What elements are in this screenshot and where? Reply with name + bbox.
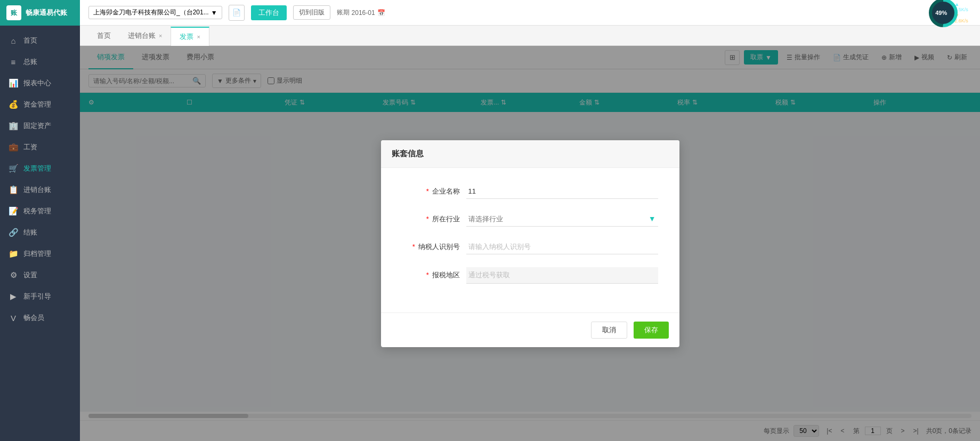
sidebar-item-home[interactable]: ⌂ 首页: [0, 30, 80, 51]
sidebar-item-settings[interactable]: ⚙ 设置: [0, 264, 80, 286]
cancel-button[interactable]: 取消: [591, 322, 627, 339]
industry-select-wrap: ▼: [466, 212, 658, 227]
home-icon: ⌂: [9, 36, 18, 45]
sidebar-item-label: 结账: [23, 228, 37, 237]
form-row-industry: * 所在行业 ▼: [402, 212, 658, 227]
doc-icon[interactable]: 📄: [229, 5, 245, 21]
tab-home[interactable]: 首页: [88, 27, 119, 45]
dialog: 账套信息 * 企业名称: [381, 140, 679, 347]
required-marker: *: [426, 271, 429, 279]
tax-region-display: 通过税号获取: [466, 267, 658, 284]
sidebar-item-salary[interactable]: 💼 工资: [0, 137, 80, 158]
required-marker: *: [426, 187, 429, 195]
logo-icon: 账: [6, 5, 21, 20]
purchase-sales-icon: 📋: [9, 185, 18, 195]
tab-invoice-label: 发票: [180, 32, 193, 42]
industry-dropdown-arrow[interactable]: ▼: [649, 214, 658, 223]
industry-label: * 所在行业: [402, 214, 466, 224]
top-bar: 上海卯金刀电子科技有限公司_（台201... ▼ 📄 工作台 切到旧版 账期 2…: [80, 0, 980, 26]
sidebar-item-label: 报表中心: [23, 78, 51, 88]
sidebar-item-label: 新手引导: [23, 292, 51, 301]
form-row-tax-region: * 报税地区 通过税号获取: [402, 267, 658, 284]
content-wrapper: 销项发票 进项发票 费用小票 ⊞ 取票 ▼: [80, 46, 980, 441]
sidebar-item-tax-mgmt[interactable]: 📝 税务管理: [0, 201, 80, 222]
member-icon: V: [9, 314, 18, 323]
company-name-input[interactable]: [466, 184, 658, 199]
sidebar-item-purchase-sales[interactable]: 📋 进销台账: [0, 179, 80, 201]
company-selector[interactable]: 上海卯金刀电子科技有限公司_（台201... ▼: [88, 6, 222, 19]
dialog-body: * 企业名称 * 所在行业: [381, 168, 679, 312]
tax-mgmt-icon: 📝: [9, 206, 18, 216]
invoice-mgmt-icon: 🛒: [9, 164, 18, 173]
tax-region-label: * 报税地区: [402, 270, 466, 280]
sidebar-item-label: 总账: [23, 57, 37, 67]
finance-icon: 💰: [9, 100, 18, 109]
settlement-icon: 🔗: [9, 228, 18, 237]
tab-home-label: 首页: [97, 31, 111, 41]
save-button[interactable]: 保存: [634, 322, 669, 339]
company-dropdown-icon: ▼: [211, 9, 217, 17]
dialog-title: 账套信息: [392, 149, 424, 158]
tab-purchase-sales[interactable]: 进销台账 ×: [119, 27, 171, 45]
sidebar-item-label: 设置: [23, 270, 37, 280]
dialog-header: 账套信息: [381, 140, 679, 168]
tab-bar: 首页 进销台账 × 发票 ×: [80, 26, 980, 46]
sidebar-item-label: 发票管理: [23, 164, 51, 173]
sidebar-item-fixed-assets[interactable]: 🏢 固定资产: [0, 115, 80, 137]
required-marker: *: [412, 243, 415, 251]
logo-text: 畅康通易代账: [26, 8, 67, 18]
calendar-icon[interactable]: 📅: [377, 9, 385, 17]
form-row-company-name: * 企业名称: [402, 184, 658, 199]
network-info: 49%: [935, 10, 947, 16]
company-name-label: * 企业名称: [402, 187, 466, 196]
settings-icon: ⚙: [9, 270, 18, 280]
guide-icon: ▶: [9, 292, 18, 301]
sidebar-item-label: 进销台账: [23, 185, 51, 195]
sidebar-logo: 账 畅康通易代账: [0, 0, 80, 26]
tax-id-input[interactable]: [466, 239, 658, 254]
reports-icon: 📊: [9, 78, 18, 88]
sidebar-item-label: 畅会员: [23, 313, 44, 323]
sidebar-item-settlement[interactable]: 🔗 结账: [0, 222, 80, 243]
sidebar-item-label: 归档管理: [23, 249, 51, 259]
sidebar-item-label: 固定资产: [23, 121, 51, 131]
sidebar-item-label: 税务管理: [23, 206, 51, 216]
fixed-assets-icon: 🏢: [9, 121, 18, 131]
ledger-icon: ≡: [9, 58, 18, 67]
workbench-button[interactable]: 工作台: [251, 5, 287, 20]
tab-invoice[interactable]: 发票 ×: [171, 27, 209, 46]
form-row-tax-id: * 纳税人识别号: [402, 239, 658, 254]
required-marker: *: [426, 215, 429, 223]
tab-purchase-sales-close[interactable]: ×: [159, 33, 162, 39]
sidebar-item-guide[interactable]: ▶ 新手引导: [0, 286, 80, 307]
switch-old-button[interactable]: 切到旧版: [293, 5, 330, 20]
tab-purchase-sales-label: 进销台账: [128, 31, 156, 41]
main-area: 上海卯金刀电子科技有限公司_（台201... ▼ 📄 工作台 切到旧版 账期 2…: [80, 0, 980, 441]
dialog-overlay: 账套信息 * 企业名称: [80, 46, 980, 441]
sidebar-item-member[interactable]: V 畅会员: [0, 307, 80, 328]
sidebar-item-label: 工资: [23, 142, 37, 152]
sidebar-item-ledger[interactable]: ≡ 总账: [0, 51, 80, 73]
salary-icon: 💼: [9, 142, 18, 152]
tab-invoice-close[interactable]: ×: [197, 34, 200, 40]
network-percentage: 49%: [935, 10, 947, 16]
sidebar: 账 畅康通易代账 ⌂ 首页 ≡ 总账 📊 报表中心 💰 资金管理 🏢 固定资: [0, 0, 80, 441]
sidebar-item-finance[interactable]: 💰 资金管理: [0, 94, 80, 115]
period-label: 账期 2016-01 📅: [337, 8, 385, 17]
archive-icon: 📁: [9, 249, 18, 259]
network-stats: 49% ▲ 8.5K/s ▼ 2.6K/s: [929, 0, 971, 26]
sidebar-nav: ⌂ 首页 ≡ 总账 📊 报表中心 💰 资金管理 🏢 固定资产 💼 工资: [0, 26, 80, 441]
sidebar-item-reports[interactable]: 📊 报表中心: [0, 73, 80, 94]
sidebar-item-label: 首页: [23, 36, 37, 45]
industry-input[interactable]: [466, 212, 649, 226]
company-name: 上海卯金刀电子科技有限公司_（台201...: [93, 8, 209, 17]
sidebar-item-label: 资金管理: [23, 100, 51, 109]
tax-id-label: * 纳税人识别号: [402, 242, 466, 252]
sidebar-item-archive[interactable]: 📁 归档管理: [0, 243, 80, 264]
dialog-footer: 取消 保存: [381, 312, 679, 347]
sidebar-item-invoice-mgmt[interactable]: 🛒 发票管理: [0, 158, 80, 179]
